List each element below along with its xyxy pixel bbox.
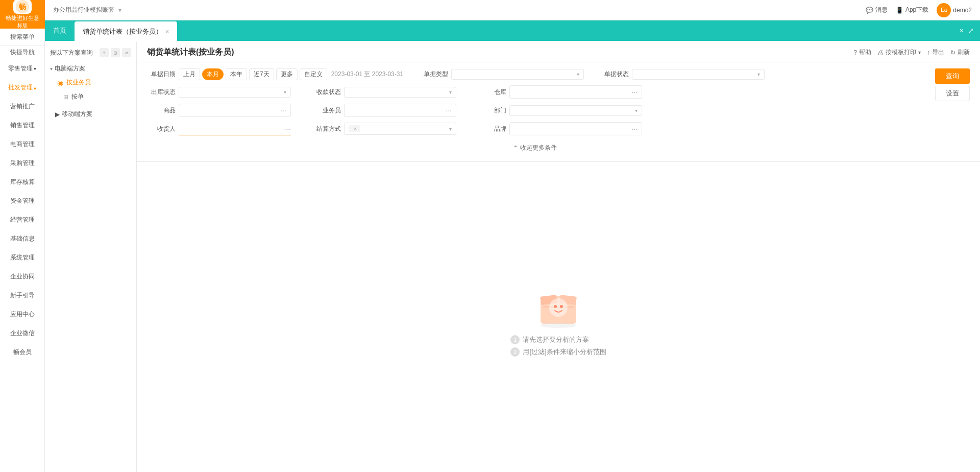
sidebar-quick-nav-label[interactable]: 快捷导航 <box>10 49 35 56</box>
sidebar-quick-nav[interactable]: 快捷导航 <box>0 46 44 59</box>
sidebar-item-member[interactable]: 畅会员 <box>0 343 44 362</box>
sidebar-item-enterprise[interactable]: 企业协同 <box>0 267 44 286</box>
out-status-arrow-icon: ▾ <box>284 89 286 95</box>
date-more-btn[interactable]: 更多 <box>276 68 298 80</box>
scheme-by-order[interactable]: ⊞ 按单 <box>45 90 136 104</box>
warehouse-dots[interactable]: ··· <box>631 88 638 96</box>
tab-expand-icon[interactable]: ⤢ <box>968 27 974 35</box>
doc-status-select[interactable]: ▾ <box>632 69 765 80</box>
settle-clear-icon[interactable]: × <box>354 126 357 132</box>
sidebar-item-purchase[interactable]: 采购管理 <box>0 154 44 173</box>
sidebar-search-area[interactable]: 搜索菜单 <box>0 29 44 46</box>
date-custom-btn[interactable]: 自定义 <box>300 68 327 80</box>
sidebar-search-label[interactable]: 搜索菜单 <box>10 33 35 40</box>
brand-select[interactable]: ··· <box>509 122 642 135</box>
content-area: 按以下方案查询 + ⊙ « ▾ 电脑端方案 ◉ 按业务员 ⊞ <box>45 41 980 472</box>
breadcrumb-arrow-icon[interactable]: ▾ <box>118 7 121 14</box>
sidebar-item-ecommerce[interactable]: 电商管理 <box>0 135 44 154</box>
sidebar-item-inventory[interactable]: 库存核算 <box>0 173 44 192</box>
page-header-actions: ? 帮助 🖨 按模板打印 ▾ ↑ 导出 ↻ 刷新 <box>853 48 970 57</box>
salesperson-dots[interactable]: ··· <box>446 106 452 114</box>
sidebar-item-retail[interactable]: 零售管理 ▾ <box>0 59 44 78</box>
goods-select[interactable]: ··· <box>179 104 291 117</box>
doc-type-select[interactable]: ▾ <box>451 69 584 80</box>
message-icon: 💬 <box>866 7 873 14</box>
empty-hint-1: 1 请先选择要分析的方案 <box>510 335 606 344</box>
goods-dots[interactable]: ··· <box>280 106 286 114</box>
out-status-select[interactable]: ▾ <box>179 87 291 98</box>
brand-filter: 品牌 ··· <box>478 122 642 135</box>
main-area: 办公用品行业模拟账套 ▾ 💬 消息 📱 App下载 Ea demo2 首页 <box>45 0 980 472</box>
date-this-month-btn[interactable]: 本月 <box>202 68 224 80</box>
message-button[interactable]: 💬 消息 <box>866 6 888 14</box>
export-label: 导出 <box>932 48 944 57</box>
pay-status-select[interactable]: ▾ <box>344 87 456 98</box>
sidebar-item-ewechat[interactable]: 企业微信 <box>0 324 44 343</box>
sidebar-item-sales[interactable]: 销售管理 <box>0 116 44 135</box>
tab-close-icon[interactable]: × <box>165 28 169 35</box>
collapse-more-btn[interactable]: ⌃ 收起更多条件 <box>147 140 923 155</box>
date-last-month-btn[interactable]: 上月 <box>179 68 200 80</box>
app-download-label: App下载 <box>905 6 928 14</box>
sidebar-inventory-label: 库存核算 <box>10 178 35 185</box>
pc-section-label: 电脑端方案 <box>55 64 85 73</box>
date-this-year-btn[interactable]: 本年 <box>226 68 247 80</box>
consignee-input-wrapper[interactable]: ··· <box>179 123 291 135</box>
help-button[interactable]: ? 帮助 <box>853 48 871 57</box>
sidebar-item-operation[interactable]: 经营管理 <box>0 210 44 229</box>
sidebar-marketing-label: 营销推广 <box>10 103 35 110</box>
sidebar-item-appcenter[interactable]: 应用中心 <box>0 305 44 324</box>
user-avatar-area[interactable]: Ea demo2 <box>937 3 972 17</box>
empty-state: 1 请先选择要分析的方案 2 用[过滤]条件来缩小分析范围 <box>137 162 980 472</box>
edit-scheme-button[interactable]: ⊙ <box>111 48 120 57</box>
date-last-7days-btn[interactable]: 近7天 <box>249 68 274 80</box>
settle-label: 结算方式 <box>312 125 341 133</box>
setting-button[interactable]: 设置 <box>935 86 970 101</box>
print-arrow-icon: ▾ <box>918 50 921 55</box>
sidebar-purchase-label: 采购管理 <box>10 159 35 167</box>
pc-section-title[interactable]: ▾ 电脑端方案 <box>45 62 136 75</box>
sidebar-item-system[interactable]: 系统管理 <box>0 248 44 267</box>
tab-close-all-icon[interactable]: × <box>960 27 964 35</box>
warehouse-select[interactable]: ··· <box>509 85 642 99</box>
collapse-panel-button[interactable]: « <box>122 48 131 57</box>
template-print-button[interactable]: 🖨 按模板打印 ▾ <box>877 48 921 57</box>
help-label: 帮助 <box>859 48 871 57</box>
add-scheme-button[interactable]: + <box>100 48 109 57</box>
mobile-section-title[interactable]: ▶ 移动端方案 <box>45 108 136 121</box>
export-button[interactable]: ↑ 导出 <box>927 48 944 57</box>
tab-home[interactable]: 首页 <box>45 20 75 41</box>
sidebar-item-basic[interactable]: 基础信息 <box>0 229 44 248</box>
tab-home-label: 首页 <box>53 26 66 35</box>
settle-select[interactable]: × ▾ <box>344 123 456 135</box>
sidebar-finance-label: 资金管理 <box>10 197 35 204</box>
mobile-section-caret: ▶ <box>55 111 60 118</box>
brand-dots[interactable]: ··· <box>631 125 638 133</box>
left-panel-icons: + ⊙ « <box>100 48 131 57</box>
salesperson-select[interactable]: ··· <box>344 104 456 117</box>
settle-arrow-icon: ▾ <box>449 126 452 132</box>
dept-select[interactable]: ▾ <box>509 105 642 116</box>
mobile-section-label: 移动端方案 <box>62 110 92 119</box>
app-subtitle: 标版 <box>17 22 28 29</box>
svg-point-6 <box>549 298 568 317</box>
consignee-filter: 收货人 ··· <box>147 123 291 135</box>
pc-section: ▾ 电脑端方案 ◉ 按业务员 ⊞ 按单 <box>45 60 136 106</box>
consignee-input[interactable] <box>179 125 283 132</box>
settle-filter: 结算方式 × ▾ <box>312 123 456 135</box>
svg-point-9 <box>541 323 576 328</box>
sidebar-item-finance[interactable]: 资金管理 <box>0 192 44 210</box>
sidebar-item-marketing[interactable]: 营销推广 <box>0 97 44 116</box>
consignee-dots[interactable]: ··· <box>285 125 291 133</box>
order-scheme-icon: ⊞ <box>63 93 68 101</box>
empty-hints: 1 请先选择要分析的方案 2 用[过滤]条件来缩小分析范围 <box>510 335 606 357</box>
tab-sales-stats[interactable]: 销货单统计表（按业务员） × <box>75 21 177 42</box>
refresh-button[interactable]: ↻ 刷新 <box>950 48 970 57</box>
sidebar-item-newbie[interactable]: 新手引导 <box>0 286 44 305</box>
query-button[interactable]: 查询 <box>935 68 970 84</box>
empty-hint-2: 2 用[过滤]条件来缩小分析范围 <box>510 347 606 357</box>
left-panel-title: 按以下方案查询 <box>50 49 93 57</box>
app-download-button[interactable]: 📱 App下载 <box>896 6 928 14</box>
scheme-by-salesperson[interactable]: ◉ 按业务员 <box>45 75 136 90</box>
sidebar-item-wholesale[interactable]: 批发管理 ▴ <box>0 78 44 97</box>
